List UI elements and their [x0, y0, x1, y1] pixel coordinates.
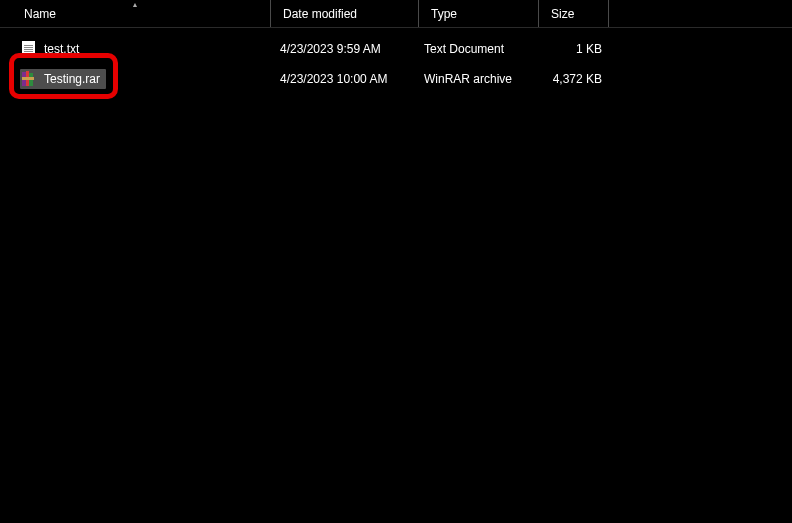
column-headers: Name ▲ Date modified Type Size — [0, 0, 792, 28]
rar-archive-icon — [22, 71, 38, 87]
selected-file-highlight: Testing.rar — [20, 69, 106, 89]
column-header-type[interactable]: Type — [418, 0, 538, 27]
column-header-date[interactable]: Date modified — [270, 0, 418, 27]
file-name: Testing.rar — [44, 72, 100, 86]
sort-ascending-icon: ▲ — [132, 1, 139, 8]
column-name-label: Name — [24, 7, 56, 21]
file-row[interactable]: test.txt 4/23/2023 9:59 AM Text Document… — [0, 34, 792, 64]
file-date-cell: 4/23/2023 9:59 AM — [270, 34, 418, 64]
file-list: test.txt 4/23/2023 9:59 AM Text Document… — [0, 28, 792, 94]
file-row[interactable]: Testing.rar 4/23/2023 10:00 AM WinRAR ar… — [0, 64, 792, 94]
column-header-name[interactable]: Name ▲ — [0, 0, 270, 27]
column-date-label: Date modified — [283, 7, 357, 21]
file-size-cell: 1 KB — [538, 34, 608, 64]
file-date-cell: 4/23/2023 10:00 AM — [270, 64, 418, 94]
file-name: test.txt — [44, 42, 79, 56]
file-type-cell: WinRAR archive — [418, 64, 538, 94]
column-header-size[interactable]: Size — [538, 0, 608, 27]
file-type-cell: Text Document — [418, 34, 538, 64]
text-file-icon — [20, 41, 36, 57]
column-type-label: Type — [431, 7, 457, 21]
column-header-end — [608, 0, 629, 27]
column-size-label: Size — [551, 7, 574, 21]
file-name-cell: test.txt — [0, 34, 270, 64]
file-name-cell: Testing.rar — [0, 64, 270, 94]
file-size-cell: 4,372 KB — [538, 64, 608, 94]
